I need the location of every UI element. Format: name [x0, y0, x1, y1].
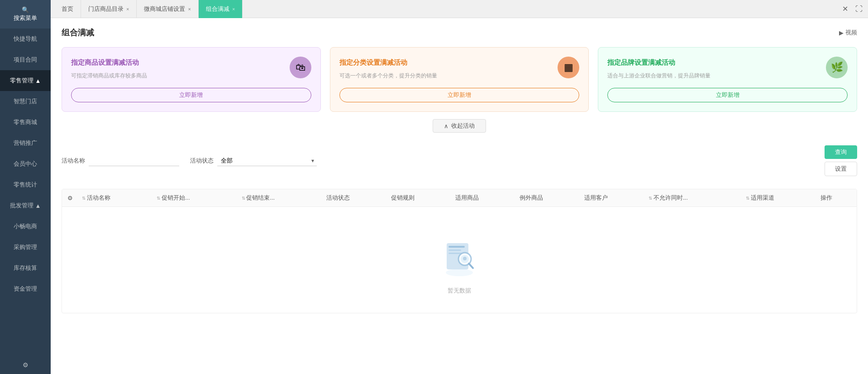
activity-status-filter-group: 活动状态 全部 进行中 未开始 已结束 — [190, 155, 317, 166]
collapse-label: 收起活动 — [451, 122, 475, 130]
sidebar-settings-btn[interactable]: ⚙ — [0, 356, 51, 374]
tab-store-catalog-label: 门店商品目录 — [88, 5, 124, 13]
marketing-label: 营销推广 — [14, 139, 37, 147]
product-card: 🛍 指定商品设置满减活动 可指定滞销商品或库存较多商品 立即新增 — [62, 47, 321, 112]
page-title: 组合满减 — [62, 27, 94, 38]
activity-table: ⚙ 活动名称 促销开始... 促销结束... 活动状态 促销规则 适用商品 例外… — [62, 189, 857, 313]
sidebar-item-wholesale-mgmt[interactable]: 批发管理 ▲ — [0, 195, 51, 216]
tab-wechat-store-settings-label: 微商城店铺设置 — [144, 5, 185, 13]
sidebar-item-retail-stats[interactable]: 零售统计 — [0, 174, 51, 195]
tab-combo-discount-close[interactable]: × — [232, 6, 235, 12]
sidebar-item-smart-store[interactable]: 智慧门店 — [0, 91, 51, 112]
sidebar-item-member-center[interactable]: 会员中心 — [0, 153, 51, 174]
filter-actions: 查询 设置 — [825, 145, 857, 176]
col-activity-status: 活动状态 — [323, 189, 387, 207]
tab-store-catalog-close[interactable]: × — [126, 6, 129, 12]
col-applicable-channel[interactable]: 适用渠道 — [742, 189, 817, 207]
xiochang-ecom-label: 小畅电商 — [14, 222, 37, 230]
table-body: 暂无数据 — [62, 207, 857, 313]
activity-name-input[interactable] — [89, 155, 179, 166]
filter-row: 活动名称 活动状态 全部 进行中 未开始 已结束 查询 设置 — [62, 140, 857, 182]
col-activity-name[interactable]: 活动名称 — [78, 189, 153, 207]
close-window-btn[interactable]: ✕ — [840, 3, 850, 15]
col-gear[interactable]: ⚙ — [62, 189, 78, 207]
video-label: 视频 — [845, 29, 857, 37]
activity-status-select-wrapper: 全部 进行中 未开始 已结束 — [217, 155, 317, 166]
query-btn[interactable]: 查询 — [825, 145, 857, 159]
svg-rect-2 — [448, 246, 465, 248]
sidebar-item-retail-management[interactable]: 零售管理 ▲ — [0, 70, 51, 91]
page-title-row: 组合满减 ▶ 视频 — [62, 27, 857, 38]
brand-card-title: 指定品牌设置满减活动 — [607, 58, 848, 67]
tab-wechat-store-settings[interactable]: 微商城店铺设置 × — [137, 0, 198, 18]
tab-wechat-store-settings-close[interactable]: × — [188, 6, 191, 12]
col-applicable-goods: 适用商品 — [452, 189, 516, 207]
svg-point-0 — [446, 269, 473, 276]
sidebar-item-marketing[interactable]: 营销推广 — [0, 133, 51, 153]
play-icon: ▶ — [839, 29, 844, 36]
svg-line-7 — [469, 264, 473, 268]
settings-icon: ⚙ — [23, 361, 29, 369]
inventory-calc-label: 库存核算 — [14, 264, 37, 272]
retail-management-arrow: ▲ — [35, 77, 41, 84]
tab-combo-discount-label: 组合满减 — [206, 5, 229, 13]
col-promo-start[interactable]: 促销开始... — [153, 189, 238, 207]
svg-rect-3 — [448, 249, 461, 251]
brand-card-icon: 🌿 — [826, 57, 848, 78]
sidebar: 🔍 搜索菜单 快捷导航 项目合同 零售管理 ▲ 智慧门店 零售商城 营销推广 会… — [0, 0, 51, 374]
collapse-icon: ∧ — [444, 123, 448, 129]
maximize-window-btn[interactable]: ⛶ — [854, 3, 864, 15]
col-promo-rule: 促销规则 — [387, 189, 452, 207]
settings-btn[interactable]: 设置 — [825, 162, 857, 176]
sidebar-item-search[interactable]: 🔍 搜索菜单 — [0, 0, 51, 29]
sidebar-item-purchase-mgmt[interactable]: 采购管理 — [0, 237, 51, 258]
table-header-row: ⚙ 活动名称 促销开始... 促销结束... 活动状态 促销规则 适用商品 例外… — [62, 189, 857, 207]
sidebar-item-quick-nav[interactable]: 快捷导航 — [0, 29, 51, 49]
tab-combo-discount[interactable]: 组合满减 × — [199, 0, 243, 18]
video-link[interactable]: ▶ 视频 — [839, 29, 857, 37]
col-promo-end[interactable]: 促销结束... — [238, 189, 323, 207]
main-content: 首页 门店商品目录 × 微商城店铺设置 × 组合满减 × ✕ ⛶ 组合满减 ▶ … — [51, 0, 868, 374]
sidebar-item-xiochang-ecom[interactable]: 小畅电商 — [0, 216, 51, 237]
brand-card-add-btn[interactable]: 立即新增 — [607, 88, 848, 102]
sidebar-item-funds-mgmt[interactable]: 资金管理 — [0, 278, 51, 299]
table-container: ⚙ 活动名称 促销开始... 促销结束... 活动状态 促销规则 适用商品 例外… — [62, 189, 857, 313]
activity-status-label: 活动状态 — [190, 157, 214, 165]
svg-point-8 — [463, 257, 467, 260]
wholesale-mgmt-label: 批发管理 — [10, 201, 33, 210]
activity-name-label: 活动名称 — [62, 157, 85, 165]
member-center-label: 会员中心 — [14, 160, 37, 168]
product-card-title: 指定商品设置满减活动 — [71, 58, 311, 67]
category-card-add-btn[interactable]: 立即新增 — [339, 88, 580, 102]
empty-state-row: 暂无数据 — [62, 207, 857, 313]
col-exception-goods: 例外商品 — [516, 189, 580, 207]
sidebar-item-project-contract[interactable]: 项目合同 — [0, 49, 51, 70]
retail-management-label: 零售管理 — [10, 77, 33, 85]
product-card-add-btn[interactable]: 立即新增 — [71, 88, 311, 102]
tabbar: 首页 门店商品目录 × 微商城店铺设置 × 组合满减 × ✕ ⛶ — [51, 0, 868, 18]
collapse-bar: ∧ 收起活动 — [62, 119, 857, 133]
empty-illustration — [437, 234, 482, 279]
col-not-allow-same[interactable]: 不允许同时... — [645, 189, 742, 207]
tab-store-catalog[interactable]: 门店商品目录 × — [81, 0, 137, 18]
category-card-desc: 可选一个或者多个分类，提升分类的销量 — [339, 72, 580, 80]
brand-card: 🌿 指定品牌设置满减活动 适合与上游企业联合做营销，提升品牌销量 立即新增 — [598, 47, 857, 112]
activity-status-select[interactable]: 全部 进行中 未开始 已结束 — [217, 155, 317, 166]
category-card-icon: ▦ — [558, 57, 579, 78]
project-contract-label: 项目合同 — [14, 56, 37, 64]
tab-home[interactable]: 首页 — [54, 0, 81, 18]
activity-name-filter-group: 活动名称 — [62, 155, 179, 166]
search-icon: 🔍 — [22, 6, 29, 13]
category-card-title: 指定分类设置满减活动 — [339, 58, 580, 67]
retail-mall-label: 零售商城 — [14, 118, 37, 126]
purchase-mgmt-label: 采购管理 — [14, 243, 37, 251]
empty-state: 暂无数据 — [62, 207, 857, 313]
sidebar-item-inventory-calc[interactable]: 库存核算 — [0, 258, 51, 278]
sidebar-search-label: 搜索菜单 — [14, 14, 37, 22]
brand-card-desc: 适合与上游企业联合做营销，提升品牌销量 — [607, 72, 848, 80]
collapse-activities-btn[interactable]: ∧ 收起活动 — [433, 119, 486, 133]
tabbar-actions: ✕ ⛶ — [840, 3, 864, 15]
product-card-desc: 可指定滞销商品或库存较多商品 — [71, 72, 311, 80]
sidebar-item-retail-mall[interactable]: 零售商城 — [0, 112, 51, 133]
tab-home-label: 首页 — [62, 5, 73, 13]
